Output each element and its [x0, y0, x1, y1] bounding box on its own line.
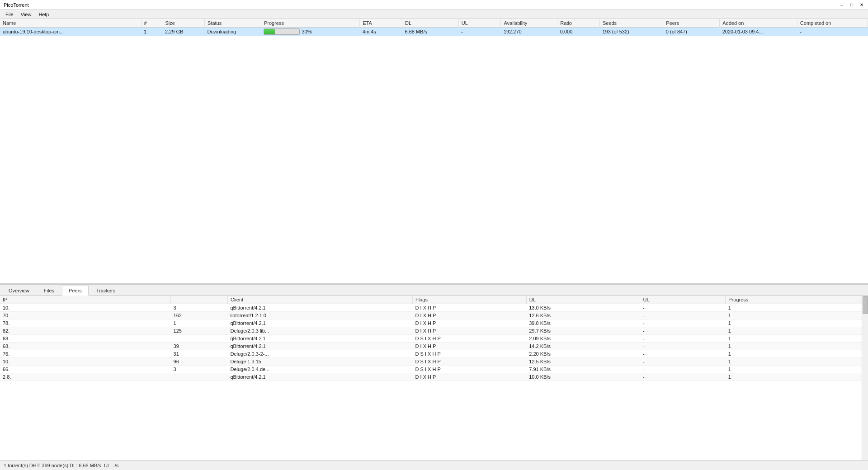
peer-cell-hash: [171, 373, 228, 381]
peer-cell-progress: 1: [726, 312, 868, 320]
peer-row[interactable]: 68.39qBittorrent/4.2.1D I X H P14.2 KB/s…: [0, 343, 868, 350]
menu-item-help[interactable]: Help: [35, 11, 52, 18]
pcol-header-ip[interactable]: IP: [0, 296, 171, 304]
torrent-table: Name # Size Status Progress ETA DL UL Av…: [0, 19, 868, 36]
pcol-header-ul[interactable]: UL: [640, 296, 726, 304]
col-header-completed[interactable]: Completed on: [797, 19, 868, 28]
peer-row[interactable]: 10.3qBittorrent/4.2.1D I X H P13.0 KB/s-…: [0, 304, 868, 312]
peers-table-header: IP Client Flags DL UL Progress: [0, 296, 868, 304]
col-header-added[interactable]: Added on: [720, 19, 797, 28]
app-title: PicoTorrent: [2, 2, 29, 8]
peer-cell-client: libtorrent/1.2.1.0: [227, 312, 412, 320]
peer-row[interactable]: 78.1qBittorrent/4.2.1D I X H P39.8 KB/s-…: [0, 320, 868, 327]
pcol-header-progress[interactable]: Progress: [726, 296, 868, 304]
col-header-availability[interactable]: Availability: [501, 19, 557, 28]
torrent-row[interactable]: ubuntu-19.10-desktop-am...12.29 GBDownlo…: [0, 28, 868, 36]
close-button[interactable]: ✕: [857, 1, 866, 9]
pcol-header-client[interactable]: Client: [227, 296, 412, 304]
torrent-cell-dl: 6.68 MB/s: [402, 28, 458, 36]
torrent-cell-peers: 0 (of 847): [663, 28, 720, 36]
peer-row[interactable]: 66.3Deluge/2.0.4.de...D S I X H P7.91 KB…: [0, 366, 868, 373]
peer-cell-client: Deluge/2.0.3-2-...: [227, 350, 412, 358]
status-text: 1 torrent(s) DHT: 369 node(s) DL: 6.68 M…: [4, 463, 118, 468]
peer-cell-hash: 3: [171, 304, 228, 312]
maximize-button[interactable]: □: [847, 1, 856, 9]
col-header-ul[interactable]: UL: [458, 19, 501, 28]
peer-cell-ul: -: [640, 304, 726, 312]
torrent-cell-avail: 192.270: [501, 28, 557, 36]
col-header-dl[interactable]: DL: [402, 19, 458, 28]
peer-row[interactable]: 82.125Deluge/2.0.3 lib...D I X H P29.7 K…: [0, 327, 868, 335]
peer-cell-hash: 31: [171, 350, 228, 358]
peer-cell-flags: D S I X H P: [413, 366, 527, 373]
peer-cell-flags: D I X H P: [413, 320, 527, 327]
col-header-progress[interactable]: Progress: [261, 19, 359, 28]
peer-cell-ip: 76.: [0, 350, 171, 358]
scrollbar-thumb: [863, 296, 868, 314]
peers-table-container[interactable]: IP Client Flags DL UL Progress 10.3qBitt…: [0, 296, 868, 460]
peer-row[interactable]: 70.162libtorrent/1.2.1.0D I X H P12.6 KB…: [0, 312, 868, 320]
col-header-hash[interactable]: #: [141, 19, 162, 28]
peer-cell-dl: 29.7 KB/s: [526, 327, 640, 335]
peer-cell-flags: D S I X H P: [413, 358, 527, 366]
peers-table: IP Client Flags DL UL Progress 10.3qBitt…: [0, 296, 868, 381]
menu-item-view[interactable]: View: [17, 11, 35, 18]
tab-files[interactable]: Files: [37, 286, 61, 295]
torrent-cell-name: ubuntu-19.10-desktop-am...: [0, 28, 141, 36]
peer-cell-hash: [171, 335, 228, 343]
main-content: Name # Size Status Progress ETA DL UL Av…: [0, 19, 868, 470]
col-header-status[interactable]: Status: [205, 19, 261, 28]
peer-cell-client: Deluge/2.0.4.de...: [227, 366, 412, 373]
peer-cell-ul: -: [640, 327, 726, 335]
peer-row[interactable]: 10.96Deluge 1.3.15D S I X H P12.5 KB/s-1: [0, 358, 868, 366]
peer-cell-ul: -: [640, 312, 726, 320]
torrent-table-body: ubuntu-19.10-desktop-am...12.29 GBDownlo…: [0, 28, 868, 36]
peer-cell-ul: -: [640, 350, 726, 358]
col-header-name[interactable]: Name: [0, 19, 141, 28]
torrent-cell-completed: -: [797, 28, 868, 36]
peer-cell-client: qBittorrent/4.2.1: [227, 343, 412, 350]
peer-row[interactable]: 68.qBittorrent/4.2.1D S I X H P2.09 KB/s…: [0, 335, 868, 343]
torrent-cell-hash: 1: [141, 28, 162, 36]
peer-cell-ip: 10.: [0, 358, 171, 366]
peer-cell-progress: 1: [726, 366, 868, 373]
peer-cell-ip: 68.: [0, 343, 171, 350]
peer-cell-ip: 66.: [0, 366, 171, 373]
tab-peers[interactable]: Peers: [62, 286, 89, 296]
peer-cell-dl: 10.0 KB/s: [526, 373, 640, 381]
peer-cell-dl: 39.8 KB/s: [526, 320, 640, 327]
col-header-seeds[interactable]: Seeds: [599, 19, 663, 28]
col-header-ratio[interactable]: Ratio: [557, 19, 600, 28]
peer-cell-progress: 1: [726, 335, 868, 343]
peers-scrollbar[interactable]: [862, 296, 868, 460]
tabs-bar: OverviewFilesPeersTrackers: [0, 285, 868, 296]
menu-item-file[interactable]: File: [2, 11, 17, 18]
torrent-cell-status: Downloading: [205, 28, 261, 36]
peer-cell-ip: 10.: [0, 304, 171, 312]
minimize-button[interactable]: –: [837, 1, 846, 9]
peer-cell-flags: D I X H P: [413, 312, 527, 320]
torrent-table-container[interactable]: Name # Size Status Progress ETA DL UL Av…: [0, 19, 868, 284]
peer-cell-flags: D I X H P: [413, 373, 527, 381]
torrent-cell-progress: 30%: [261, 28, 359, 36]
status-bar: 1 torrent(s) DHT: 369 node(s) DL: 6.68 M…: [0, 460, 868, 470]
torrent-cell-seeds: 193 (of 532): [599, 28, 663, 36]
peer-row[interactable]: 2.8.qBittorrent/4.2.1D I X H P10.0 KB/s-…: [0, 373, 868, 381]
col-header-peers[interactable]: Peers: [663, 19, 720, 28]
torrent-cell-size: 2.29 GB: [162, 28, 205, 36]
pcol-header-hash[interactable]: [171, 296, 228, 304]
peer-cell-progress: 1: [726, 343, 868, 350]
tab-overview[interactable]: Overview: [2, 286, 36, 295]
peer-cell-progress: 1: [726, 350, 868, 358]
peer-row[interactable]: 76.31Deluge/2.0.3-2-...D S I X H P2.20 K…: [0, 350, 868, 358]
pcol-header-flags[interactable]: Flags: [413, 296, 527, 304]
peer-cell-ul: -: [640, 373, 726, 381]
peer-cell-flags: D S I X H P: [413, 350, 527, 358]
tab-trackers[interactable]: Trackers: [90, 286, 122, 295]
peer-cell-client: qBittorrent/4.2.1: [227, 320, 412, 327]
peer-cell-progress: 1: [726, 373, 868, 381]
title-bar: PicoTorrent – □ ✕: [0, 0, 868, 10]
col-header-eta[interactable]: ETA: [360, 19, 402, 28]
col-header-size[interactable]: Size: [162, 19, 205, 28]
pcol-header-dl[interactable]: DL: [526, 296, 640, 304]
